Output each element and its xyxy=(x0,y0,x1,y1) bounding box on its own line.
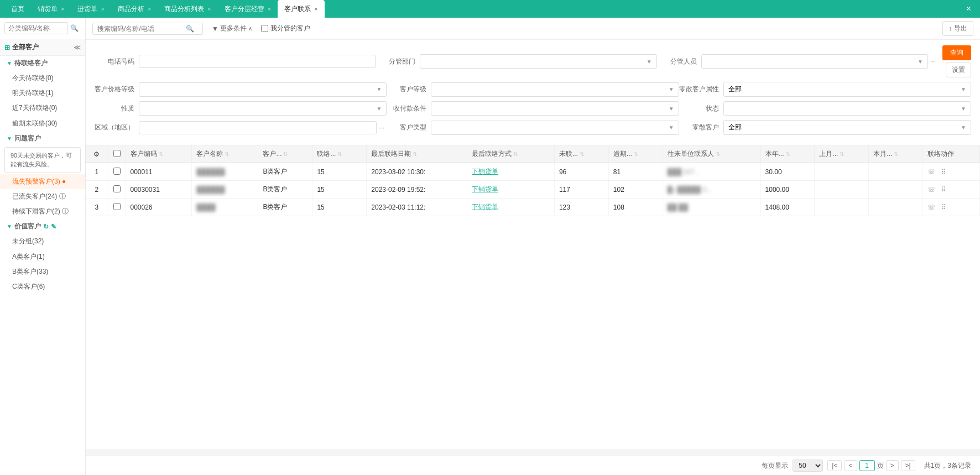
cell-last-way[interactable]: 下销货单 xyxy=(467,163,555,181)
last-way-link[interactable]: 下销货单 xyxy=(472,185,498,193)
first-page-btn[interactable]: |< xyxy=(827,460,842,471)
filter-dots-person[interactable]: ··· xyxy=(928,58,938,65)
tab-analysis[interactable]: 商品分析 × xyxy=(111,0,158,18)
filter-select-cust-type[interactable]: ▼ xyxy=(431,121,679,135)
tab-analysis-list-close[interactable]: × xyxy=(207,6,211,12)
row-checkbox[interactable] xyxy=(113,185,121,192)
collapse-icon[interactable]: ≪ xyxy=(74,44,81,51)
last-page-btn[interactable]: >| xyxy=(901,460,915,471)
settings-button[interactable]: 设置 xyxy=(946,62,971,77)
tab-customer-contact[interactable]: 客户联系 × xyxy=(278,0,324,18)
tab-sales[interactable]: 销货单 × xyxy=(31,0,71,18)
sort-code-icon[interactable]: ⇅ xyxy=(159,151,163,157)
sidebar-item-ungrouped[interactable]: 未分组(32) xyxy=(0,234,85,249)
group-value-label[interactable]: ▼ 价值客户 ↻ ✎ xyxy=(0,219,85,234)
filter-select-status[interactable]: ▼ xyxy=(723,101,971,116)
sidebar-item-today[interactable]: 今天待联络(0) xyxy=(0,71,85,86)
th-settings[interactable]: ⚙ xyxy=(86,145,108,163)
cell-action[interactable]: ☏ ⠿ xyxy=(923,199,980,216)
sidebar-item-churned[interactable]: 已流失客户(24) ⓘ xyxy=(0,189,85,204)
sidebar-search-input[interactable] xyxy=(4,22,68,34)
last-way-link[interactable]: 下销货单 xyxy=(472,203,498,211)
filter-select-dept[interactable]: ▼ xyxy=(420,54,656,69)
sort-contact-icon[interactable]: ⇅ xyxy=(337,151,342,157)
refresh-icon[interactable]: ↻ xyxy=(43,223,49,231)
action-phone-icon[interactable]: ☏ xyxy=(927,168,936,176)
my-customers-checkbox[interactable] xyxy=(261,25,268,32)
sort-type-icon[interactable]: ⇅ xyxy=(283,151,288,157)
sidebar-item-tomorrow[interactable]: 明天待联络(1) xyxy=(0,86,85,101)
filter-select-customer-level[interactable]: ▼ xyxy=(431,82,679,97)
tab-customer-layer[interactable]: 客户分层经营 × xyxy=(218,0,278,18)
row-checkbox[interactable] xyxy=(113,168,121,175)
filter-label-payment: 收付款条件 xyxy=(387,104,431,113)
tab-home[interactable]: 首页 xyxy=(4,0,31,18)
filter-input-region[interactable] xyxy=(139,121,377,134)
last-way-link[interactable]: 下销货单 xyxy=(472,168,498,175)
action-more-icon[interactable]: ⠿ xyxy=(941,168,946,176)
sidebar-item-class-a[interactable]: A类客户(1) xyxy=(0,249,85,264)
sidebar-item-churn-warning[interactable]: 流失预警客户(3) ● xyxy=(0,174,85,189)
sidebar-item-7days[interactable]: 近7天待联络(0) xyxy=(0,101,85,116)
select-all-checkbox[interactable] xyxy=(113,150,121,157)
per-page-select[interactable]: 50 100 200 xyxy=(793,460,823,472)
toolbar-search-input[interactable] xyxy=(97,25,186,33)
filter-select-person[interactable]: ▼ xyxy=(701,54,928,69)
cell-action[interactable]: ☏ ⠿ xyxy=(923,163,980,181)
sidebar-search-icon[interactable]: 🔍 xyxy=(70,24,79,32)
filter-input-phone[interactable] xyxy=(139,55,376,68)
group-pending-label[interactable]: ▼ 待联络客户 xyxy=(0,56,85,71)
cell-check[interactable] xyxy=(108,181,126,199)
toolbar-search-icon[interactable]: 🔍 xyxy=(186,25,194,33)
tab-customer-contact-close[interactable]: × xyxy=(314,6,317,12)
more-filters-btn[interactable]: ▼ 更多条件 ∧ xyxy=(207,22,257,35)
tab-purchase-close[interactable]: × xyxy=(101,6,104,12)
cell-action[interactable]: ☏ ⠿ xyxy=(923,181,980,199)
all-customers-header[interactable]: ⊞ 全部客户 ≪ xyxy=(0,39,85,56)
tab-purchase[interactable]: 进货单 × xyxy=(71,0,111,18)
sort-overdue-icon[interactable]: ⇅ xyxy=(634,151,638,157)
sidebar-item-declining[interactable]: 持续下滑客户(2) ⓘ xyxy=(0,204,85,219)
next-page-btn[interactable]: > xyxy=(886,460,899,471)
action-phone-icon[interactable]: ☏ xyxy=(927,203,936,211)
th-checkbox[interactable] xyxy=(108,145,126,163)
action-more-icon[interactable]: ⠿ xyxy=(941,203,946,211)
tab-analysis-list[interactable]: 商品分析列表 × xyxy=(158,0,217,18)
row-checkbox[interactable] xyxy=(113,203,121,210)
sidebar-item-overdue[interactable]: 逾期未联络(30) xyxy=(0,116,85,131)
search-button[interactable]: 查询 xyxy=(942,45,971,60)
edit-icon[interactable]: ✎ xyxy=(51,223,56,231)
sort-name-icon[interactable]: ⇅ xyxy=(225,151,229,157)
filter-select-price-level[interactable]: ▼ xyxy=(139,82,387,97)
sort-date-icon[interactable]: ⇅ xyxy=(413,151,417,157)
my-customers-checkbox-label[interactable]: 我分管的客户 xyxy=(261,24,310,33)
filter-select-scattered-attr[interactable]: 全部 ▼ xyxy=(723,82,971,97)
export-btn[interactable]: ↑ 导出 xyxy=(942,21,973,36)
cell-check[interactable] xyxy=(108,199,126,216)
filter-select-nature[interactable]: ▼ xyxy=(139,101,387,116)
current-page[interactable]: 1 xyxy=(859,460,875,471)
cell-last-way[interactable]: 下销货单 xyxy=(467,199,555,216)
close-all-tabs[interactable]: × xyxy=(962,4,976,14)
filter-dots-region[interactable]: ··· xyxy=(377,124,387,132)
action-phone-icon[interactable]: ☏ xyxy=(927,186,936,194)
sort-uncontacted-icon[interactable]: ⇅ xyxy=(580,151,584,157)
sort-way-icon[interactable]: ⇅ xyxy=(513,151,518,157)
group-problem-label[interactable]: ▼ 问题客户 xyxy=(0,131,85,146)
action-more-icon[interactable]: ⠿ xyxy=(941,186,946,194)
sort-last-month-icon[interactable]: ⇅ xyxy=(840,151,844,157)
cell-last-way[interactable]: 下销货单 xyxy=(467,181,555,199)
sidebar-item-class-c[interactable]: C类客户(6) xyxy=(0,279,85,294)
tab-sales-close[interactable]: × xyxy=(61,6,64,12)
tab-customer-layer-close[interactable]: × xyxy=(268,6,271,12)
sidebar-item-class-b[interactable]: B类客户(33) xyxy=(0,264,85,279)
sort-year-icon[interactable]: ⇅ xyxy=(786,151,790,157)
filter-select-scattered[interactable]: 全部 ▼ xyxy=(723,120,971,135)
prev-page-btn[interactable]: < xyxy=(844,460,857,471)
horizontal-scrollbar[interactable] xyxy=(86,449,980,456)
sort-unit-icon[interactable]: ⇅ xyxy=(716,151,720,157)
tab-analysis-close[interactable]: × xyxy=(148,6,151,12)
sort-this-month-icon[interactable]: ⇅ xyxy=(894,151,898,157)
cell-check[interactable] xyxy=(108,163,126,181)
filter-select-payment[interactable]: ▼ xyxy=(431,101,679,116)
